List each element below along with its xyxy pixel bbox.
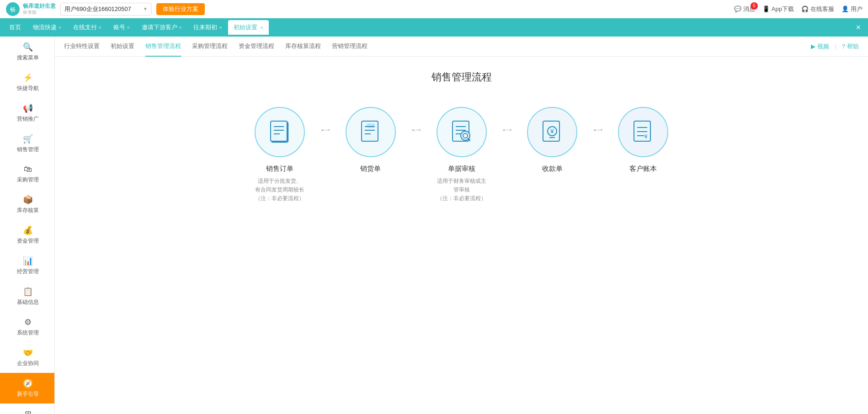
- tab-close-icon[interactable]: ×: [260, 25, 263, 30]
- sub-tab-sales-flow[interactable]: 销售管理流程: [145, 37, 181, 57]
- sidebar-item-sales[interactable]: 🛒 销售管理: [0, 128, 54, 159]
- nav-tab-period-label: 往来期初: [193, 23, 217, 32]
- compass-icon: 🧭: [23, 378, 33, 388]
- nav-tab-invite[interactable]: 邀请下游客户 ×: [136, 20, 187, 35]
- sidebar-item-basic[interactable]: 📋 基础信息: [0, 281, 54, 312]
- sub-tab-init[interactable]: 初始设置: [111, 37, 134, 57]
- sidebar-item-collab-label: 企业协同: [17, 360, 39, 367]
- svg-text:¥: ¥: [644, 133, 648, 140]
- chevron-down-icon: ×: [179, 25, 182, 30]
- nav-tab-logistics[interactable]: 物流快递 ×: [27, 20, 67, 35]
- svg-text:畅: 畅: [10, 6, 16, 13]
- sidebar-item-system[interactable]: ⚙ 系统管理: [0, 312, 54, 342]
- sidebar-item-inventory-label: 库存核算: [17, 207, 39, 214]
- sidebar-item-quick-label: 快捷导航: [17, 85, 39, 92]
- sub-tab-bar: 行业特性设置 初始设置 销售管理流程 采购管理流程 资金管理流程 库存核算流程 …: [55, 37, 868, 57]
- logo-area: 畅 畅库道好生意 标准版: [5, 2, 56, 16]
- sales-order-circle[interactable]: [255, 107, 305, 157]
- audit-circle[interactable]: [437, 107, 487, 157]
- cart-icon: 🛒: [23, 134, 33, 144]
- svg-rect-6: [271, 121, 287, 141]
- nav-tab-account[interactable]: 账号 ×: [108, 20, 135, 35]
- receipt-name: 收款单: [542, 165, 563, 173]
- chevron-down-icon: ×: [219, 25, 222, 30]
- sales-order-desc: 适用于分批发货、有合同发货周期较长（注：非必要流程）: [255, 177, 304, 203]
- nav-tab-home[interactable]: 首页: [4, 20, 27, 35]
- message-button[interactable]: 💬 消息 6: [734, 5, 755, 13]
- sub-tab-init-label: 初始设置: [111, 42, 134, 50]
- delivery-circle[interactable]: [346, 107, 396, 157]
- user-selector[interactable]: 用户690企业1660120507 ▼: [60, 3, 152, 16]
- chevron-down-icon: ×: [127, 25, 130, 30]
- nav-tab-bar: 首页 物流快递 × 在线支付 × 账号 × 邀请下游客户 × 往来期初 × 初始…: [0, 18, 868, 37]
- money-icon: 💰: [23, 225, 33, 235]
- sidebar-item-marketing[interactable]: 📢 营销推广: [0, 98, 54, 128]
- receipt-circle[interactable]: ¥: [527, 107, 577, 157]
- sidebar-item-finance[interactable]: 💰 资金管理: [0, 220, 54, 250]
- nav-tab-init[interactable]: 初始设置 ×: [228, 20, 268, 35]
- search-icon: 🔍: [23, 42, 33, 52]
- top-right-area: 💬 消息 6 📱 App下载 🎧 在线客服 👤 用户: [734, 5, 863, 13]
- flow-arrow-3: ···→: [501, 124, 514, 135]
- avatar-icon: 👤: [841, 5, 849, 12]
- top-bar: 畅 畅库道好生意 标准版 用户690企业1660120507 ▼ 体验行业方案 …: [0, 0, 868, 18]
- trial-button[interactable]: 体验行业方案: [156, 3, 205, 15]
- sidebar-item-search[interactable]: 🔍 搜索菜单: [0, 37, 54, 67]
- nav-tab-payment[interactable]: 在线支付 ×: [68, 20, 107, 35]
- video-help-button[interactable]: ▶ 视频: [811, 42, 829, 51]
- account-icon: ¥: [630, 119, 656, 145]
- lightning-icon: ⚡: [23, 73, 33, 83]
- flow-step-audit: 单据审核 适用于财务审核或主管审核（注：非必要流程）: [423, 107, 501, 203]
- flow-step-sales-order: 销售订单 适用于分批发货、有合同发货周期较长（注：非必要流程）: [241, 107, 319, 203]
- sub-tab-purchase-flow[interactable]: 采购管理流程: [192, 37, 228, 57]
- chevron-down-icon: ×: [59, 25, 61, 30]
- grid-icon: ⊞: [25, 409, 32, 414]
- help-button[interactable]: ? 帮助: [842, 42, 859, 51]
- logo-text: 畅库道好生意: [23, 3, 56, 9]
- user-avatar-button[interactable]: 👤 用户: [841, 5, 863, 13]
- app-logo-icon: 畅: [5, 2, 20, 16]
- sub-tab-right: ▶ 视频 | ? 帮助: [811, 42, 859, 51]
- flow-step-delivery: 销货单: [332, 107, 410, 177]
- close-all-tabs-button[interactable]: ×: [852, 23, 864, 32]
- message-icon: 💬: [734, 5, 741, 12]
- flow-step-account: ¥ 客户账本: [604, 107, 682, 177]
- bag-icon: 🛍: [24, 165, 32, 174]
- nav-tab-logistics-label: 物流快递: [33, 23, 57, 32]
- sidebar-item-guide-label: 新手引导: [17, 390, 39, 398]
- app-download-button[interactable]: 📱 App下载: [762, 5, 794, 13]
- delivery-name: 销货单: [360, 165, 381, 173]
- flow-title: 销售管理流程: [431, 70, 492, 84]
- sidebar-item-basic-label: 基础信息: [17, 298, 39, 306]
- sidebar-item-operation[interactable]: 📊 经营管理: [0, 250, 54, 281]
- sub-tab-finance-flow[interactable]: 资金管理流程: [239, 37, 274, 57]
- flow-steps: 销售订单 适用于分批发货、有合同发货周期较长（注：非必要流程） ···→: [241, 107, 682, 203]
- online-service-button[interactable]: 🎧 在线客服: [801, 5, 834, 13]
- sub-tab-industry[interactable]: 行业特性设置: [64, 37, 100, 57]
- account-circle[interactable]: ¥: [618, 107, 668, 157]
- nav-tab-home-label: 首页: [9, 23, 21, 32]
- app-download-label: App下载: [772, 5, 794, 13]
- sidebar-item-collab[interactable]: 🤝 企业协同: [0, 342, 54, 373]
- delivery-icon: [358, 119, 383, 145]
- app-download-icon: 📱: [762, 5, 770, 12]
- sidebar-item-system-label: 系统管理: [17, 329, 39, 337]
- sidebar-item-purchase-label: 采购管理: [17, 176, 39, 184]
- receipt-icon: ¥: [539, 119, 565, 145]
- sidebar-item-apps[interactable]: ⊞ 应用中心: [0, 403, 54, 414]
- sidebar-item-marketing-label: 营销推广: [17, 115, 39, 123]
- flow-area: 销售管理流程: [55, 57, 868, 414]
- play-icon: ▶: [811, 43, 815, 50]
- help-icon: ?: [842, 43, 845, 50]
- sub-tab-sales-flow-label: 销售管理流程: [145, 42, 181, 50]
- sidebar-item-guide[interactable]: 🧭 新手引导: [0, 373, 54, 403]
- sidebar-item-operation-label: 经营管理: [17, 268, 39, 276]
- box-icon: 📦: [23, 195, 33, 205]
- sidebar-item-purchase[interactable]: 🛍 采购管理: [0, 159, 54, 189]
- sidebar-item-inventory[interactable]: 📦 库存核算: [0, 189, 54, 220]
- sub-tab-inventory-flow[interactable]: 库存核算流程: [285, 37, 321, 57]
- sub-tab-marketing-flow[interactable]: 营销管理流程: [332, 37, 367, 57]
- sidebar-item-quick[interactable]: ⚡ 快捷导航: [0, 67, 54, 98]
- nav-tab-period[interactable]: 往来期初 ×: [188, 20, 227, 35]
- account-name: 客户账本: [629, 165, 657, 173]
